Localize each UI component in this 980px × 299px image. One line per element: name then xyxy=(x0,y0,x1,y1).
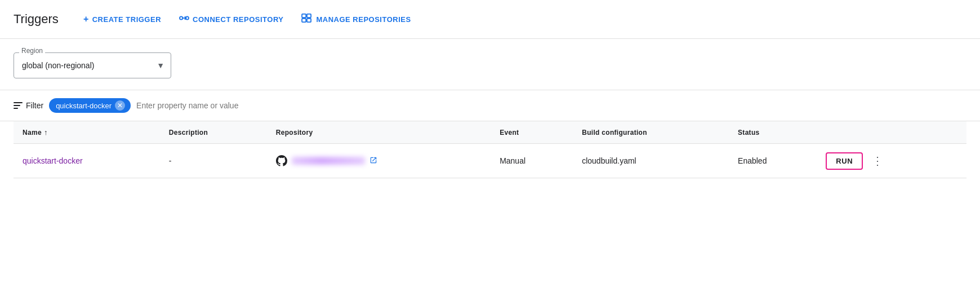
col-event: Event xyxy=(491,121,573,144)
region-select[interactable]: global (non-regional) us-central1 us-eas… xyxy=(14,52,171,78)
filter-bar: Filter quickstart-docker ✕ xyxy=(0,90,980,121)
repo-name-blurred xyxy=(292,157,365,165)
svg-rect-6 xyxy=(307,19,311,22)
external-link-icon[interactable] xyxy=(369,156,377,166)
trigger-build-config-cell: cloudbuild.yaml xyxy=(573,144,729,178)
table-row: quickstart-docker - xyxy=(14,144,966,178)
filter-input[interactable] xyxy=(136,101,966,110)
col-repository: Repository xyxy=(267,121,491,144)
connect-icon xyxy=(179,14,189,25)
trigger-actions-cell: RUN ⋮ xyxy=(817,144,966,178)
svg-point-0 xyxy=(180,16,182,19)
col-status: Status xyxy=(729,121,817,144)
region-selector: Region global (non-regional) us-central1… xyxy=(14,52,171,78)
page-header: Triggers + CREATE TRIGGER CONNECT REPOSI… xyxy=(0,0,980,39)
trigger-name-link[interactable]: quickstart-docker xyxy=(23,156,83,165)
table-header-row: Name ↑ Description Repository Event Buil… xyxy=(14,121,966,144)
region-section: Region global (non-regional) us-central1… xyxy=(0,39,980,90)
trigger-description-cell: - xyxy=(160,144,267,178)
plus-icon: + xyxy=(83,14,89,24)
triggers-table: Name ↑ Description Repository Event Buil… xyxy=(14,121,966,178)
github-icon xyxy=(276,155,287,166)
col-description: Description xyxy=(160,121,267,144)
page-title: Triggers xyxy=(14,12,59,27)
filter-chip-label: quickstart-docker xyxy=(56,102,112,110)
sort-icon: ↑ xyxy=(44,128,48,137)
header-actions: + CREATE TRIGGER CONNECT REPOSITORY xyxy=(77,9,418,29)
trigger-repository-cell xyxy=(267,144,491,178)
manage-repos-icon xyxy=(301,14,313,25)
trigger-status-cell: Enabled xyxy=(729,144,817,178)
filter-icon xyxy=(14,102,23,109)
row-actions: RUN ⋮ xyxy=(826,152,957,170)
connect-repository-button[interactable]: CONNECT REPOSITORY xyxy=(172,9,290,29)
more-options-button[interactable]: ⋮ xyxy=(867,152,888,170)
col-actions xyxy=(817,121,966,144)
repo-cell xyxy=(276,155,482,166)
svg-rect-5 xyxy=(302,19,306,22)
create-trigger-button[interactable]: + CREATE TRIGGER xyxy=(77,10,168,29)
svg-rect-3 xyxy=(302,14,306,17)
col-build-config: Build configuration xyxy=(573,121,729,144)
svg-rect-4 xyxy=(307,14,311,17)
svg-point-2 xyxy=(186,16,189,19)
triggers-table-container: Name ↑ Description Repository Event Buil… xyxy=(0,121,980,178)
trigger-event-cell: Manual xyxy=(491,144,573,178)
trigger-name-cell: quickstart-docker xyxy=(14,144,160,178)
manage-repositories-button[interactable]: MANAGE REPOSITORIES xyxy=(295,9,417,29)
run-button[interactable]: RUN xyxy=(826,152,863,170)
filter-chip: quickstart-docker ✕ xyxy=(49,98,131,113)
region-label: Region xyxy=(19,47,45,55)
col-name: Name ↑ xyxy=(14,121,160,144)
filter-chip-close-button[interactable]: ✕ xyxy=(115,100,125,111)
filter-label: Filter xyxy=(14,101,43,110)
